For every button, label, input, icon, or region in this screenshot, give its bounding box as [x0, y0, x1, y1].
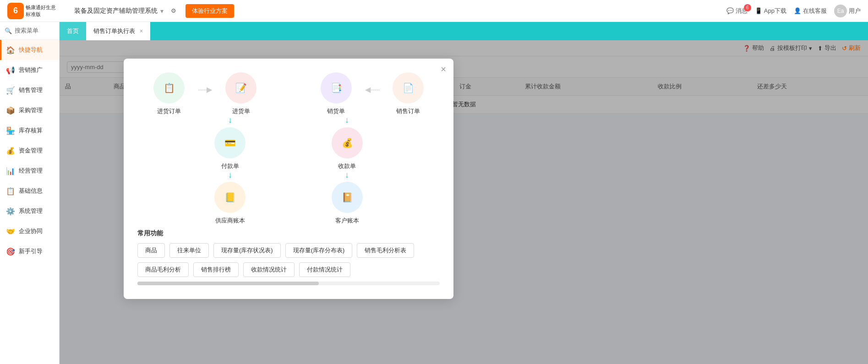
logo-line1: 畅康通好生意: [26, 4, 56, 11]
operation-icon: 📊: [6, 166, 15, 175]
system-title: 装备及固定资产辅助管理系统 ▾: [74, 7, 164, 15]
top-right: 💬 消息 6 📱 App下载 👤 在线客服 Ea 用户: [726, 5, 861, 17]
sales-icon: 🛒: [6, 86, 15, 95]
sidebar-search[interactable]: 🔍 搜索菜单: [0, 22, 59, 40]
logo-area: 6 畅康通好生意 标准版: [7, 3, 67, 19]
sidebar-item-basic[interactable]: 📋 基础信息: [0, 181, 59, 201]
sidebar-item-operation[interactable]: 📊 经营管理: [0, 161, 59, 181]
svg-text:📑: 📑: [330, 82, 342, 93]
tab-bar: 首页 销售订单执行表 ×: [60, 22, 868, 40]
marketing-label: 营销推广: [19, 66, 43, 74]
operation-label: 经营管理: [19, 167, 43, 175]
online-service-icon: 👤: [794, 7, 801, 14]
finance-label: 资金管理: [19, 147, 43, 155]
svg-text:📔: 📔: [341, 192, 353, 203]
sidebar-item-system[interactable]: ⚙️ 系统管理: [0, 201, 59, 221]
marketing-icon: 📢: [6, 65, 15, 75]
enterprise-label: 企业协同: [19, 227, 43, 235]
quick-nav-label: 快捷导航: [19, 46, 43, 54]
online-service-button[interactable]: 👤 在线客服: [794, 7, 827, 15]
newbie-label: 新手引导: [19, 247, 43, 255]
sidebar-item-inventory[interactable]: 🏪 库存核算: [0, 120, 59, 141]
sales-order-label: 销售订单: [396, 107, 420, 115]
app-download-label: App下载: [764, 7, 786, 15]
common-func-button[interactable]: 付款情况统计: [299, 262, 350, 277]
flow-node-supplier-ledger: 📒 供应商账本: [214, 182, 246, 225]
purchase-slip-label: 进货单: [232, 107, 250, 115]
newbie-icon: 🎯: [6, 247, 15, 256]
flow-node-customer-ledger: 📔 客户账本: [332, 182, 363, 225]
sidebar-item-enterprise[interactable]: 🤝 企业协同: [0, 221, 59, 241]
message-button[interactable]: 💬 消息 6: [726, 7, 748, 15]
top-bar: 6 畅康通好生意 标准版 装备及固定资产辅助管理系统 ▾ ⚙ 体验行业方案 💬 …: [0, 0, 868, 22]
sidebar-item-quick-nav[interactable]: 🏠 快捷导航: [0, 40, 59, 60]
trial-button[interactable]: 体验行业方案: [186, 4, 234, 18]
payment-slip-label: 付款单: [221, 162, 239, 170]
inventory-label: 库存核算: [19, 126, 43, 135]
svg-text:📝: 📝: [235, 82, 247, 93]
main-area: 🔍 搜索菜单 🏠 快捷导航 📢 营销推广 🛒 销售管理 📦 采购管理 🏪 库存核…: [0, 22, 868, 364]
sales-label: 销售管理: [19, 86, 43, 94]
payment-slip-icon: 💳: [214, 127, 246, 158]
system-label: 系统管理: [19, 207, 43, 215]
common-func-button[interactable]: 销售排行榜: [193, 262, 239, 277]
sidebar-item-purchase[interactable]: 📦 采购管理: [0, 100, 59, 120]
gear-button[interactable]: ⚙: [167, 5, 180, 17]
content-body: ❓ 帮助 🖨 按模板打印 ▾ ⬆ 导出 ↺: [60, 40, 868, 364]
customer-ledger-label: 客户账本: [335, 217, 359, 225]
purchase-order-label: 进货订单: [157, 107, 181, 115]
sales-order-icon: 📄: [393, 72, 424, 103]
common-func-button[interactable]: 销售毛利分析表: [357, 243, 414, 258]
func-buttons-container: 商品往来单位现存量(库存状况表)现存量(库存分布表)销售毛利分析表商品毛利分析销…: [137, 243, 440, 277]
sidebar-item-sales[interactable]: 🛒 销售管理: [0, 80, 59, 100]
system-dropdown-arrow[interactable]: ▾: [160, 7, 164, 15]
svg-text:💰: 💰: [341, 137, 353, 148]
user-label: 用户: [849, 7, 861, 15]
flow-node-purchase-slip: 📝 进货单: [225, 72, 257, 115]
flow-node-purchase-order: 📋 进货订单: [153, 72, 185, 115]
tab-sales-order[interactable]: 销售订单执行表 ×: [86, 22, 150, 40]
sidebar-item-finance[interactable]: 💰 资金管理: [0, 141, 59, 161]
system-title-text: 装备及固定资产辅助管理系统: [74, 7, 158, 15]
system-icon: ⚙️: [6, 206, 15, 216]
online-service-label: 在线客服: [803, 7, 827, 15]
common-func-button[interactable]: 商品: [137, 243, 165, 258]
message-badge: 6: [744, 4, 751, 11]
app-container: 6 畅康通好生意 标准版 装备及固定资产辅助管理系统 ▾ ⚙ 体验行业方案 💬 …: [0, 0, 868, 364]
flow-node-receipt-slip: 💰 收款单: [332, 127, 363, 170]
common-func-button[interactable]: 现存量(库存分布表): [285, 243, 353, 258]
scroll-thumb[interactable]: [137, 282, 319, 285]
user-avatar: Ea: [834, 5, 847, 17]
flow-node-payment-slip: 💳 付款单: [214, 127, 246, 170]
purchase-label: 采购管理: [19, 106, 43, 114]
sales-order-tab-label: 销售订单执行表: [93, 27, 135, 35]
common-functions-title: 常用功能: [137, 229, 440, 238]
app-download-button[interactable]: 📱 App下载: [755, 7, 786, 15]
logo-text: 畅康通好生意 标准版: [26, 4, 56, 17]
modal-box: × 📋 进货订单: [124, 59, 453, 299]
content-area: 首页 销售订单执行表 × ❓ 帮助 🖨: [60, 22, 868, 364]
logo-icon: 6: [7, 3, 24, 19]
common-func-button[interactable]: 商品毛利分析: [137, 262, 189, 277]
tab-close-icon[interactable]: ×: [140, 28, 143, 34]
user-menu[interactable]: Ea 用户: [834, 5, 861, 17]
common-functions: 常用功能 商品往来单位现存量(库存状况表)现存量(库存分布表)销售毛利分析表商品…: [137, 229, 440, 277]
sales-slip-icon: 📑: [321, 72, 352, 103]
tab-home[interactable]: 首页: [60, 22, 86, 40]
modal-close-button[interactable]: ×: [441, 64, 446, 75]
common-func-button[interactable]: 收款情况统计: [243, 262, 295, 277]
common-func-button[interactable]: 现存量(库存状况表): [213, 243, 281, 258]
search-label: 搜索菜单: [15, 27, 38, 35]
sidebar-item-marketing[interactable]: 📢 营销推广: [0, 60, 59, 80]
sales-slip-label: 销货单: [327, 107, 345, 115]
customer-ledger-icon: 📔: [332, 182, 363, 213]
sidebar-item-newbie[interactable]: 🎯 新手引导: [0, 241, 59, 261]
svg-text:💳: 💳: [224, 137, 236, 148]
common-func-button[interactable]: 往来单位: [169, 243, 209, 258]
supplier-ledger-icon: 📒: [214, 182, 246, 213]
search-icon: 🔍: [5, 27, 12, 34]
receipt-slip-icon: 💰: [332, 127, 363, 158]
flow-node-sales-order: 📄 销售订单: [393, 72, 424, 115]
finance-icon: 💰: [6, 146, 15, 155]
purchase-order-icon: 📋: [153, 72, 185, 103]
